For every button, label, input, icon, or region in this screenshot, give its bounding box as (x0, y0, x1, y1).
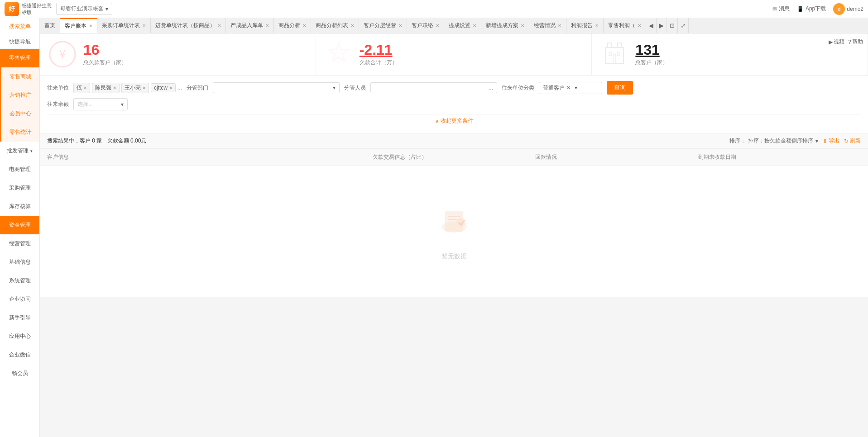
person-select[interactable]: ... (370, 82, 497, 93)
tab-goods-analysis-list[interactable]: 商品分析列表 ✕ (311, 18, 359, 33)
stat-value-block-2: -2.11 欠款合计（万） (360, 43, 398, 66)
sidebar-item-enterprise-wechat[interactable]: 企业微信 (0, 346, 39, 364)
tab-close-5[interactable]: ✕ (350, 23, 354, 28)
filter-tag-wang-remove[interactable]: ✕ (142, 86, 146, 90)
tab-goods-analysis[interactable]: 商品分析 ✕ (274, 18, 311, 33)
sidebar-item-system[interactable]: 系统管理 (0, 271, 39, 290)
sidebar-item-app-center[interactable]: 应用中心 (0, 327, 39, 346)
sidebar-item-basic-info[interactable]: 基础信息 (0, 253, 39, 271)
tab-retail-profit[interactable]: 零售利润（ ✕ (604, 18, 646, 33)
stats-row: ¥ 16 总欠款客户（家） -2.11 欠款合计（万） (40, 33, 868, 76)
account-dropdown[interactable]: 母婴行业演示帐套 ▾ (56, 3, 112, 15)
sidebar-search[interactable]: 搜索菜单 (0, 18, 39, 35)
main-layout: 搜索菜单 快捷导航 零售管理 零售商城 营销推广 会员中心 零售统计 批发管理 … (0, 18, 868, 437)
filter-tag-wang[interactable]: 王小亮 ✕ (121, 83, 149, 93)
filter-tag-wa[interactable]: 佤 ✕ (73, 83, 90, 93)
tab-nav-prev[interactable]: ◀ (646, 18, 657, 33)
sidebar-item-purchase[interactable]: 采购管理 (0, 179, 39, 197)
tab-close-8[interactable]: ✕ (473, 23, 476, 28)
sidebar-item-enterprise-coop[interactable]: 企业协同 (0, 290, 39, 309)
svg-rect-2 (605, 48, 623, 63)
filter-tag-cjttcw-remove[interactable]: ✕ (169, 86, 173, 90)
tab-accounts[interactable]: 客户账本 ✕ (60, 18, 97, 33)
tab-promo-settings[interactable]: 提成设置 ✕ (444, 18, 481, 33)
sidebar-item-wholesale[interactable]: 批发管理 ▾ (0, 142, 39, 160)
tab-profit-report[interactable]: 利润报告 ✕ (566, 18, 604, 33)
tab-close-10[interactable]: ✕ (558, 23, 561, 28)
sidebar: 搜索菜单 快捷导航 零售管理 零售商城 营销推广 会员中心 零售统计 批发管理 … (0, 18, 40, 437)
sidebar-item-finance[interactable]: 资金管理 (0, 216, 39, 234)
tab-close-4[interactable]: ✕ (302, 23, 306, 28)
sidebar-item-ecommerce[interactable]: 电商管理 (0, 160, 39, 179)
filter-tag-cjttcw[interactable]: cjttcw ✕ (151, 83, 176, 92)
stat-number-balance[interactable]: -2.11 (360, 43, 398, 57)
filter-area: 往来单位 佤 ✕ 陈民强 ✕ 王小亮 (40, 76, 868, 133)
tab-accounts-close[interactable]: ✕ (89, 24, 92, 28)
refresh-btn[interactable]: ↻ 刷新 (844, 137, 861, 145)
filter-tags: 佤 ✕ 陈民强 ✕ 王小亮 ✕ (73, 83, 182, 93)
tab-import-stats[interactable]: 进货单统计表（按商品） ✕ (151, 18, 226, 33)
results-info: 搜索结果中，客户 0 家 欠款金额 0.00元 (47, 137, 146, 145)
app-wrapper: 好 畅捷通好生意 标版 母婴行业演示帐套 ▾ ✉ 消息 📱 App下载 d de… (0, 0, 868, 437)
stat-number-customers[interactable]: 16 (83, 43, 127, 57)
sidebar-item-new-guide[interactable]: 新手引导 (0, 309, 39, 327)
results-bar: 搜索结果中，客户 0 家 欠款金额 0.00元 排序： 排序：按欠款金额倒序排序… (40, 133, 868, 149)
tab-customer-contact[interactable]: 客户联络 ✕ (407, 18, 444, 33)
sidebar-item-operations[interactable]: 经营管理 (0, 234, 39, 253)
tab-close-11[interactable]: ✕ (595, 23, 599, 28)
logo: 好 畅捷通好生意 标版 (5, 2, 52, 16)
export-btn[interactable]: ⬆ 导出 (823, 137, 839, 145)
filter-tag-chen-remove[interactable]: ✕ (113, 86, 116, 90)
stat-card-customers: ¥ 16 总欠款客户（家） (40, 33, 316, 75)
sidebar-item-retail-mall[interactable]: 零售商城 (0, 67, 39, 86)
tab-close-7[interactable]: ✕ (436, 23, 439, 28)
message-btn[interactable]: ✉ 消息 (772, 5, 790, 13)
svg-rect-4 (618, 43, 621, 48)
stat-value-block-3: 131 总客户（家） (635, 43, 668, 66)
video-btn[interactable]: ▶ 视频 (829, 38, 844, 46)
tab-close-6[interactable]: ✕ (398, 23, 402, 28)
sidebar-item-retail-stats[interactable]: 零售统计 (0, 123, 39, 142)
user-menu[interactable]: d demo2 (833, 3, 863, 15)
tab-production-in[interactable]: 产成品入库单 ✕ (226, 18, 274, 33)
balance-label: 往来余额 (47, 100, 69, 108)
content-area: 首页 客户账本 ✕ 采购订单统计表 ✕ 进货单统计表（按商品） ✕ 产成品入库单… (40, 18, 868, 437)
tab-new-promo[interactable]: 新增提成方案 ✕ (481, 18, 529, 33)
tab-close-2[interactable]: ✕ (217, 23, 221, 28)
tab-close-3[interactable]: ✕ (265, 23, 269, 28)
query-btn[interactable]: 查询 (607, 81, 633, 95)
person-select-dots[interactable]: ... (489, 85, 493, 91)
sidebar-item-retail[interactable]: 零售管理 (0, 49, 39, 67)
tab-nav-next[interactable]: ▶ (657, 18, 667, 33)
dept-select[interactable]: ▾ (213, 82, 340, 93)
tab-home[interactable]: 首页 (40, 18, 60, 33)
sidebar-item-member-plus[interactable]: 畅会员 (0, 364, 39, 383)
sidebar-item-marketing[interactable]: 营销推广 (0, 86, 39, 104)
balance-select[interactable]: 选择... ▾ (73, 98, 128, 110)
filter-more-btn[interactable]: ... (177, 85, 182, 91)
tab-operations[interactable]: 经营情况 ✕ (529, 18, 566, 33)
tab-close-9[interactable]: ✕ (521, 23, 524, 28)
tab-restore[interactable]: ⊡ (667, 18, 678, 33)
app-download-btn[interactable]: 📱 App下载 (797, 5, 826, 13)
unit-class-tag-remove[interactable]: ✕ (566, 85, 571, 91)
tab-maximize[interactable]: ⤢ (678, 18, 689, 33)
filter-tag-chen[interactable]: 陈民强 ✕ (92, 83, 120, 93)
empty-icon (436, 202, 472, 247)
tab-close[interactable]: ✕ (142, 23, 146, 28)
unit-class-select[interactable]: 普通客户 ✕ ▾ (539, 82, 602, 94)
help-btn[interactable]: ? 帮助 (848, 38, 863, 46)
sidebar-item-inventory[interactable]: 库存核算 (0, 197, 39, 216)
filter-tag-wa-remove[interactable]: ✕ (83, 86, 87, 90)
stat-icon-yuan: ¥ (49, 41, 76, 68)
stat-number-total[interactable]: 131 (635, 43, 668, 57)
table-header: 客户信息 欠款交易信息（占比） 回款情况 到期未收款日期 (40, 149, 868, 166)
tab-customer-tier[interactable]: 客户分层经营 ✕ (359, 18, 407, 33)
sidebar-quick-nav[interactable]: 快捷导航 (0, 35, 39, 49)
sort-btn[interactable]: 排序： 排序：按欠款金额倒序排序 ▾ (729, 137, 818, 145)
sidebar-item-member[interactable]: 会员中心 (0, 104, 39, 123)
svg-rect-3 (608, 43, 611, 48)
tab-close-12[interactable]: ✕ (638, 23, 641, 28)
collapse-btn[interactable]: ∧ 收起更多条件 (47, 114, 861, 128)
tab-purchase-order[interactable]: 采购订单统计表 ✕ (97, 18, 151, 33)
